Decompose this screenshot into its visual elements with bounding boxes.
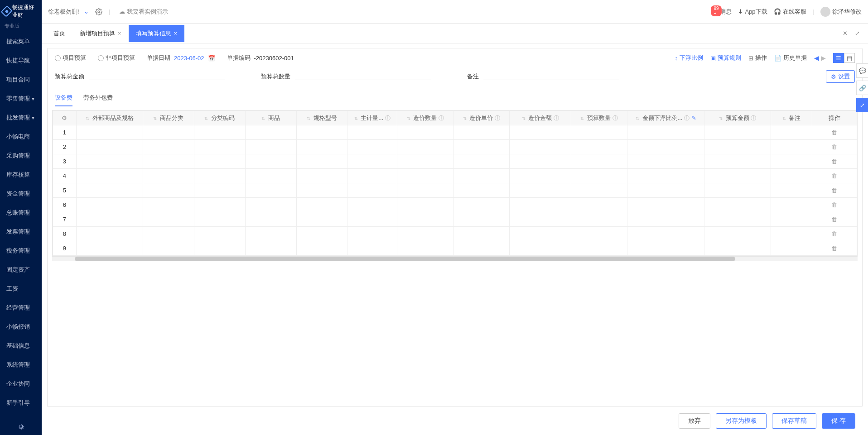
cell[interactable]	[704, 183, 771, 198]
delete-row-icon[interactable]: 🗑	[831, 172, 837, 179]
cell[interactable]	[296, 154, 347, 169]
remark-input[interactable]	[483, 73, 619, 80]
cell[interactable]	[510, 212, 571, 227]
cell[interactable]	[571, 241, 627, 256]
cell[interactable]	[704, 169, 771, 183]
cell[interactable]	[771, 241, 812, 256]
cell[interactable]	[397, 212, 453, 227]
messages-button[interactable]: 💬 99 + 消息	[711, 8, 732, 16]
cell[interactable]	[571, 198, 627, 212]
cell[interactable]	[771, 227, 812, 241]
delete-row-icon[interactable]: 🗑	[831, 158, 837, 165]
subtab-0[interactable]: 设备费	[55, 90, 72, 106]
cell[interactable]	[510, 140, 571, 154]
cell[interactable]	[194, 227, 245, 241]
col-header-11[interactable]: ⇅ 预算金额 ⓘ	[704, 111, 771, 125]
cell[interactable]	[143, 140, 194, 154]
delete-row-icon[interactable]: 🗑	[831, 201, 837, 208]
sidebar-item-8[interactable]: 资金管理	[0, 184, 42, 203]
col-header-1[interactable]: ⇅ 商品分类	[143, 111, 194, 125]
cell[interactable]	[627, 212, 704, 227]
cell[interactable]	[245, 198, 296, 212]
cell[interactable]	[510, 154, 571, 169]
cell[interactable]	[397, 140, 453, 154]
subtab-1[interactable]: 劳务外包费	[83, 90, 113, 106]
cell[interactable]	[704, 241, 771, 256]
cell[interactable]	[76, 241, 143, 256]
cell[interactable]	[627, 241, 704, 256]
cell[interactable]	[76, 198, 143, 212]
cell[interactable]	[704, 198, 771, 212]
total-amount-input[interactable]	[89, 73, 225, 80]
cell[interactable]	[571, 154, 627, 169]
sidebar-item-18[interactable]: 企业协同	[0, 374, 42, 393]
cell[interactable]	[194, 198, 245, 212]
fullscreen-icon[interactable]: ⤢	[855, 30, 860, 37]
cell[interactable]	[571, 169, 627, 183]
view-card-button[interactable]: ▤	[844, 53, 855, 63]
sidebar-settings-button[interactable]	[0, 419, 42, 435]
delete-row-icon[interactable]: 🗑	[831, 129, 837, 136]
cell[interactable]	[397, 169, 453, 183]
sidebar-item-2[interactable]: 项目合同	[0, 70, 42, 89]
cell[interactable]	[76, 140, 143, 154]
cell[interactable]	[453, 169, 510, 183]
cell[interactable]	[627, 169, 704, 183]
cell[interactable]	[571, 227, 627, 241]
cell[interactable]	[296, 169, 347, 183]
cell[interactable]	[245, 154, 296, 169]
cell[interactable]	[194, 154, 245, 169]
cell[interactable]	[453, 227, 510, 241]
cell[interactable]	[704, 140, 771, 154]
cell[interactable]	[397, 154, 453, 169]
save-button[interactable]: 保 存	[822, 413, 855, 429]
sidebar-item-6[interactable]: 采购管理	[0, 146, 42, 165]
horizontal-scrollbar[interactable]	[52, 257, 858, 261]
cell[interactable]	[143, 169, 194, 183]
sidebar-item-0[interactable]: 搜索菜单	[0, 32, 42, 51]
cell[interactable]	[627, 140, 704, 154]
radio-non-project-budget[interactable]: 非项目预算	[98, 54, 135, 62]
col-header-12[interactable]: ⇅ 备注	[771, 111, 812, 125]
sidebar-item-1[interactable]: 快捷导航	[0, 51, 42, 70]
sidebar-item-4[interactable]: 批发管理▼	[0, 108, 42, 127]
cell[interactable]	[76, 183, 143, 198]
next-doc-icon[interactable]: ▶	[821, 54, 826, 62]
col-header-7[interactable]: ⇅ 造价单价 ⓘ	[453, 111, 510, 125]
cell[interactable]	[771, 198, 812, 212]
support-button[interactable]: 🎧 在线客服	[774, 8, 806, 16]
col-header-8[interactable]: ⇅ 造价金额 ⓘ	[510, 111, 571, 125]
cell[interactable]	[143, 212, 194, 227]
cell[interactable]	[347, 241, 397, 256]
cell[interactable]	[194, 169, 245, 183]
delete-row-icon[interactable]: 🗑	[831, 245, 837, 252]
close-icon[interactable]: ×	[118, 30, 121, 37]
demo-link[interactable]: ☁ 我要看实例演示	[119, 8, 168, 16]
cell[interactable]	[143, 154, 194, 169]
col-header-2[interactable]: ⇅ 分类编码	[194, 111, 245, 125]
cell[interactable]	[704, 227, 771, 241]
cell[interactable]	[245, 241, 296, 256]
sidebar-item-14[interactable]: 经营管理	[0, 298, 42, 317]
settings-button[interactable]: ⚙ 设置	[826, 70, 855, 83]
col-header-9[interactable]: ⇅ 预算数量 ⓘ	[571, 111, 627, 125]
cell[interactable]	[347, 140, 397, 154]
discard-button[interactable]: 放弃	[679, 413, 710, 429]
cell[interactable]	[347, 212, 397, 227]
cell[interactable]	[510, 227, 571, 241]
sidebar-item-3[interactable]: 零售管理▼	[0, 89, 42, 108]
cell[interactable]	[453, 140, 510, 154]
save-template-button[interactable]: 另存为模板	[716, 413, 767, 429]
cell[interactable]	[771, 125, 812, 140]
col-header-3[interactable]: ⇅ 商品	[245, 111, 296, 125]
sidebar-item-11[interactable]: 税务管理	[0, 241, 42, 260]
doc-date-value[interactable]: 2023-06-02	[174, 55, 204, 62]
cell[interactable]	[245, 227, 296, 241]
cell[interactable]	[627, 154, 704, 169]
cell[interactable]	[245, 140, 296, 154]
cell[interactable]	[245, 125, 296, 140]
cell[interactable]	[397, 183, 453, 198]
cell[interactable]	[76, 169, 143, 183]
cell[interactable]	[453, 183, 510, 198]
cell[interactable]	[245, 183, 296, 198]
